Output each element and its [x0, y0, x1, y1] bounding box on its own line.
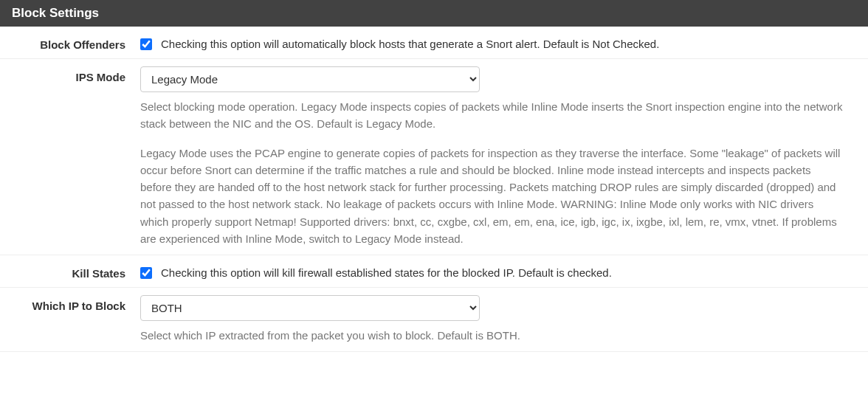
panel-header: Block Settings [0, 0, 868, 27]
label-kill-states: Kill States [0, 263, 140, 280]
select-which-ip[interactable]: BOTH [140, 295, 480, 321]
desc-block-offenders: Checking this option will automatically … [161, 38, 659, 50]
control-block-offenders: Checking this option will automatically … [140, 34, 862, 50]
checkbox-kill-states[interactable] [140, 267, 152, 279]
help-ips-mode-1: Select blocking mode operation. Legacy M… [140, 98, 844, 133]
panel-title: Block Settings [12, 6, 99, 20]
row-block-offenders: Block Offenders Checking this option wil… [0, 27, 868, 59]
control-kill-states: Checking this option will kill firewall … [140, 263, 862, 279]
help-ips-mode-2: Legacy Mode uses the PCAP engine to gene… [140, 145, 844, 248]
select-ips-mode[interactable]: Legacy Mode [140, 66, 480, 92]
checkbox-row-block-offenders: Checking this option will automatically … [140, 34, 844, 50]
control-which-ip: BOTH Select which IP extracted from the … [140, 295, 862, 344]
label-which-ip: Which IP to Block [0, 295, 140, 312]
help-which-ip: Select which IP extracted from the packe… [140, 327, 844, 344]
row-kill-states: Kill States Checking this option will ki… [0, 255, 868, 288]
row-which-ip: Which IP to Block BOTH Select which IP e… [0, 288, 868, 352]
desc-kill-states: Checking this option will kill firewall … [161, 266, 612, 279]
row-ips-mode: IPS Mode Legacy Mode Select blocking mod… [0, 59, 868, 255]
checkbox-block-offenders[interactable] [140, 38, 152, 50]
checkbox-row-kill-states: Checking this option will kill firewall … [140, 263, 844, 279]
label-ips-mode: IPS Mode [0, 66, 140, 83]
control-ips-mode: Legacy Mode Select blocking mode operati… [140, 66, 862, 247]
label-block-offenders: Block Offenders [0, 34, 140, 51]
